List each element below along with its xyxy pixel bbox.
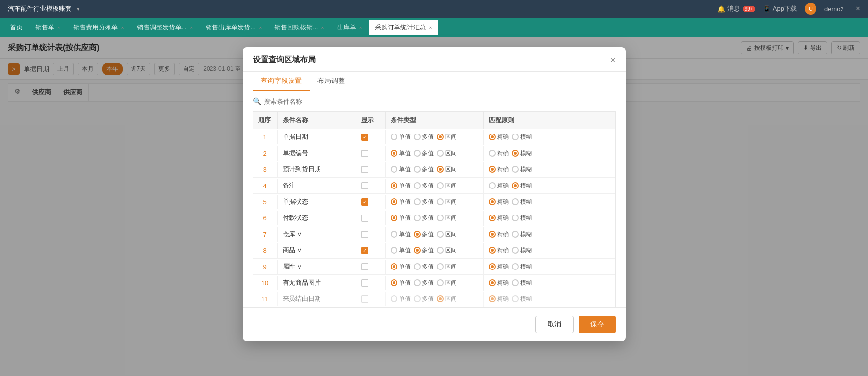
cancel-button[interactable]: 取消 <box>535 316 574 333</box>
checkbox-7[interactable] <box>361 231 368 238</box>
radio-fuzzy-circle-4[interactable] <box>512 182 519 189</box>
radio-range-circle-6[interactable] <box>437 215 444 221</box>
radio-fuzzy-circle-7[interactable] <box>512 231 519 238</box>
radio-exact-circle-11[interactable] <box>489 295 496 302</box>
checkbox-3[interactable] <box>361 166 368 173</box>
checkbox-10[interactable] <box>361 279 368 287</box>
radio-exact-circle-1[interactable] <box>489 134 496 140</box>
app-dropdown-arrow[interactable]: ▼ <box>76 6 80 12</box>
radio-fuzzy-circle-9[interactable] <box>512 263 519 270</box>
row-display-8[interactable] <box>356 243 386 258</box>
top-close-button[interactable]: × <box>856 4 860 13</box>
radio-range-5[interactable]: 区间 <box>437 198 457 206</box>
radio-multi-circle-10[interactable] <box>414 279 421 286</box>
radio-range-4[interactable]: 区间 <box>437 182 457 190</box>
radio-exact-circle-10[interactable] <box>489 279 496 286</box>
tab-sales-expense-close[interactable]: × <box>121 25 124 30</box>
tab-outbound[interactable]: 出库单 × <box>331 20 368 35</box>
radio-fuzzy-circle-1[interactable] <box>512 134 519 140</box>
radio-exact-circle-5[interactable] <box>489 198 496 205</box>
radio-range-7[interactable]: 区间 <box>437 230 457 239</box>
radio-single-4[interactable]: 单值 <box>391 182 411 190</box>
search-input[interactable] <box>264 98 342 105</box>
row-display-3[interactable] <box>356 162 386 177</box>
checkbox-4[interactable] <box>361 182 368 189</box>
row-display-5[interactable] <box>356 195 386 209</box>
row-display-10[interactable] <box>356 276 386 290</box>
radio-exact-6[interactable]: 精确 <box>489 214 509 222</box>
row-display-4[interactable] <box>356 179 386 193</box>
radio-exact-circle-6[interactable] <box>489 215 496 221</box>
radio-fuzzy-1[interactable]: 模糊 <box>512 133 532 141</box>
radio-fuzzy-circle-8[interactable] <box>512 247 519 254</box>
radio-fuzzy-4[interactable]: 模糊 <box>512 182 532 190</box>
radio-single-10[interactable]: 单值 <box>391 279 411 287</box>
radio-range-11[interactable]: 区间 <box>437 295 457 303</box>
checkbox-9[interactable] <box>361 263 368 270</box>
tab-query-fields[interactable]: 查询字段设置 <box>253 72 310 91</box>
row-display-2[interactable] <box>356 146 386 161</box>
radio-exact-circle-8[interactable] <box>489 247 496 254</box>
radio-range-3[interactable]: 区间 <box>437 165 457 174</box>
radio-exact-7[interactable]: 精确 <box>489 230 509 239</box>
radio-multi-circle-11[interactable] <box>414 295 421 302</box>
tab-sales-adjust[interactable]: 销售调整发货单... × <box>131 20 199 35</box>
radio-fuzzy-5[interactable]: 模糊 <box>512 198 532 206</box>
radio-multi-7[interactable]: 多值 <box>414 230 434 239</box>
radio-single-circle-6[interactable] <box>391 215 397 221</box>
save-button[interactable]: 保存 <box>579 316 616 333</box>
radio-fuzzy-circle-6[interactable] <box>512 215 519 221</box>
radio-single-7[interactable]: 单值 <box>391 230 411 239</box>
tab-purchase-stats[interactable]: 采购订单统计汇总 × <box>369 20 438 35</box>
tab-sales-order[interactable]: 销售单 × <box>29 20 66 35</box>
user-avatar[interactable]: U <box>805 3 816 15</box>
radio-single-3[interactable]: 单值 <box>391 165 411 174</box>
radio-single-1[interactable]: 单值 <box>391 133 411 141</box>
checkbox-11[interactable] <box>361 295 368 303</box>
radio-multi-circle-4[interactable] <box>414 182 421 189</box>
radio-multi-circle-2[interactable] <box>414 150 421 157</box>
radio-multi-circle-1[interactable] <box>414 134 421 140</box>
tab-layout-adjust[interactable]: 布局调整 <box>310 72 353 91</box>
radio-single-6[interactable]: 单值 <box>391 214 411 222</box>
radio-exact-circle-4[interactable] <box>489 182 496 189</box>
radio-range-circle-2[interactable] <box>437 150 444 157</box>
radio-range-circle-8[interactable] <box>437 247 444 254</box>
radio-multi-9[interactable]: 多值 <box>414 263 434 271</box>
radio-single-circle-8[interactable] <box>391 247 397 254</box>
radio-range-circle-5[interactable] <box>437 198 444 205</box>
radio-exact-circle-2[interactable] <box>489 150 496 157</box>
radio-exact-1[interactable]: 精确 <box>489 133 509 141</box>
radio-exact-4[interactable]: 精确 <box>489 182 509 190</box>
tab-sales-expense[interactable]: 销售费用分摊单 × <box>67 20 130 35</box>
checkbox-6[interactable] <box>361 215 368 222</box>
radio-fuzzy-10[interactable]: 模糊 <box>512 279 532 287</box>
radio-range-circle-9[interactable] <box>437 263 444 270</box>
radio-exact-circle-3[interactable] <box>489 166 496 173</box>
radio-single-circle-1[interactable] <box>391 134 397 140</box>
radio-fuzzy-circle-10[interactable] <box>512 279 519 286</box>
radio-range-circle-10[interactable] <box>437 279 444 286</box>
row-display-1[interactable] <box>356 130 386 144</box>
radio-exact-circle-7[interactable] <box>489 231 496 238</box>
radio-single-circle-9[interactable] <box>391 263 397 270</box>
row-display-9[interactable] <box>356 260 386 274</box>
radio-fuzzy-2[interactable]: 模糊 <box>512 149 532 158</box>
radio-multi-10[interactable]: 多值 <box>414 279 434 287</box>
modal-close-button[interactable]: × <box>610 56 616 65</box>
radio-multi-circle-8[interactable] <box>414 247 421 254</box>
radio-single-8[interactable]: 单值 <box>391 246 411 255</box>
row-display-11[interactable] <box>356 292 386 306</box>
radio-fuzzy-circle-5[interactable] <box>512 198 519 205</box>
tab-sales-order-close[interactable]: × <box>57 25 60 30</box>
radio-fuzzy-7[interactable]: 模糊 <box>512 230 532 239</box>
radio-fuzzy-3[interactable]: 模糊 <box>512 165 532 174</box>
radio-multi-8[interactable]: 多值 <box>414 246 434 255</box>
radio-range-circle-4[interactable] <box>437 182 444 189</box>
radio-fuzzy-circle-3[interactable] <box>512 166 519 173</box>
radio-single-circle-11[interactable] <box>391 295 397 302</box>
radio-single-9[interactable]: 单值 <box>391 263 411 271</box>
tab-sales-outbound[interactable]: 销售出库单发货... × <box>200 20 267 35</box>
tab-outbound-close[interactable]: × <box>359 25 362 30</box>
checkbox-5[interactable] <box>361 198 368 206</box>
